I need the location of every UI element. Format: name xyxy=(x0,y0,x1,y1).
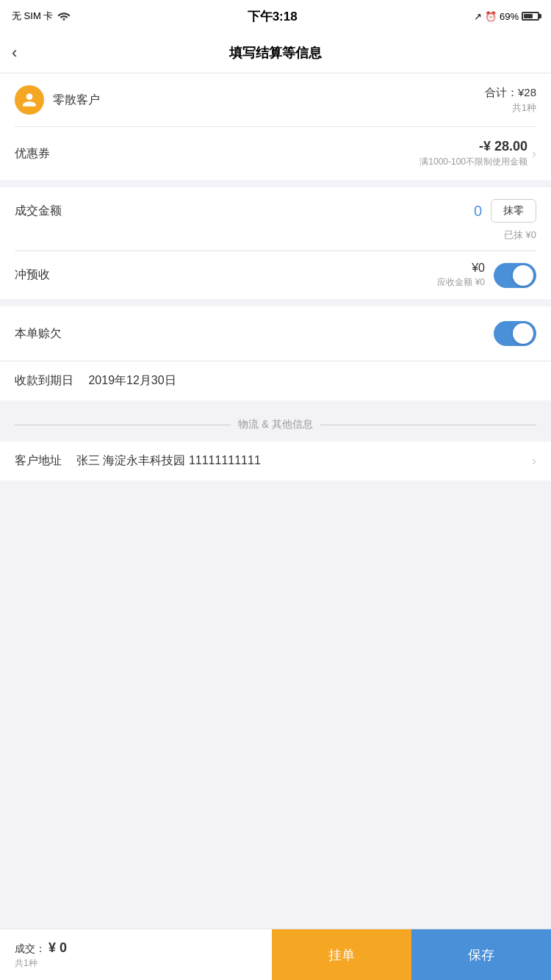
debt-section: 本单赊欠 收款到期日 2019年12月30日 xyxy=(0,306,551,400)
content: 零散客户 合计：¥28 共1种 优惠券 -¥ 28.00 满1000-100不限… xyxy=(0,73,551,547)
status-right: ↗ ⏰ 69% xyxy=(474,11,539,22)
total-amount: 合计：¥28 xyxy=(485,86,536,100)
chevron-right-icon: › xyxy=(532,146,536,162)
coupon-label: 优惠券 xyxy=(15,146,50,162)
deal-right: 0 抹零 xyxy=(474,199,536,223)
bottom-count: 共1种 xyxy=(15,957,257,970)
address-value: 张三 海淀永丰科技园 11111111111 xyxy=(76,453,261,469)
customer-left: 零散客户 xyxy=(15,85,100,115)
bottom-deal-row: 成交： ¥ 0 xyxy=(15,940,257,956)
logistics-divider: 物流 & 其他信息 xyxy=(0,408,551,442)
deal-amount-row: 成交金额 0 抹零 xyxy=(0,187,551,228)
flush-row: 冲预收 ¥0 应收金额 ¥0 xyxy=(0,251,551,299)
customer-row[interactable]: 零散客户 合计：¥28 共1种 xyxy=(0,73,551,126)
save-button[interactable]: 保存 xyxy=(411,929,551,981)
flush-toggle[interactable] xyxy=(494,263,536,288)
page-title: 填写结算等信息 xyxy=(229,44,322,62)
address-chevron-icon: › xyxy=(532,453,536,469)
customer-total: 合计：¥28 共1种 xyxy=(485,86,536,115)
debt-toggle-knob xyxy=(513,323,533,344)
address-label: 客户地址 xyxy=(15,453,62,469)
logistics-label: 物流 & 其他信息 xyxy=(238,418,312,431)
debt-label: 本单赊欠 xyxy=(15,326,62,342)
status-time: 下午3:18 xyxy=(248,8,298,25)
coupon-row[interactable]: 优惠券 -¥ 28.00 满1000-100不限制使用金额 › xyxy=(0,127,551,180)
deal-section: 成交金额 0 抹零 已抹 ¥0 冲预收 ¥0 应收金额 ¥0 xyxy=(0,187,551,299)
sim-status: 无 SIM 卡 xyxy=(12,10,53,23)
bottom-bar: 成交： ¥ 0 共1种 挂单 保存 xyxy=(0,929,551,980)
coupon-amount: -¥ 28.00 xyxy=(419,139,527,154)
due-date-label: 收款到期日 xyxy=(15,374,73,386)
status-left: 无 SIM 卡 xyxy=(12,10,71,23)
hold-button[interactable]: 挂单 xyxy=(272,929,411,981)
flush-amounts: ¥0 应收金额 ¥0 xyxy=(437,262,485,289)
customer-section: 零散客户 合计：¥28 共1种 优惠券 -¥ 28.00 满1000-100不限… xyxy=(0,73,551,180)
status-bar: 无 SIM 卡 下午3:18 ↗ ⏰ 69% xyxy=(0,0,551,32)
nav-bar: ‹ 填写结算等信息 xyxy=(0,32,551,73)
address-content: 客户地址 张三 海淀永丰科技园 11111111111 xyxy=(15,453,261,469)
coupon-info: -¥ 28.00 满1000-100不限制使用金额 xyxy=(419,139,527,168)
coupon-desc: 满1000-100不限制使用金额 xyxy=(419,156,527,168)
bottom-deal-amount: ¥ 0 xyxy=(48,940,67,956)
due-date-value: 2019年12月30日 xyxy=(88,374,176,386)
bottom-info: 成交： ¥ 0 共1种 xyxy=(0,940,272,970)
bottom-deal-label: 成交： xyxy=(15,943,46,956)
battery-percent: 69% xyxy=(500,11,519,22)
address-section: 客户地址 张三 海淀永丰科技园 11111111111 › xyxy=(0,442,551,480)
due-date-row: 收款到期日 2019年12月30日 xyxy=(0,361,551,400)
customer-name: 零散客户 xyxy=(53,93,100,108)
toggle-knob xyxy=(513,265,533,286)
debt-toggle[interactable] xyxy=(494,321,536,346)
debt-row: 本单赊欠 xyxy=(0,306,551,361)
flush-sub-amount: 应收金额 ¥0 xyxy=(437,276,485,289)
back-button[interactable]: ‹ xyxy=(12,43,17,62)
battery-icon xyxy=(522,12,539,21)
alarm-icon: ⏰ xyxy=(485,11,497,22)
location-icon: ↗ xyxy=(474,11,482,22)
customer-avatar xyxy=(15,85,44,115)
wifi-icon xyxy=(57,10,71,23)
flush-label: 冲预收 xyxy=(15,267,50,283)
flush-main-amount: ¥0 xyxy=(437,262,485,275)
coupon-right: -¥ 28.00 满1000-100不限制使用金额 › xyxy=(419,139,536,168)
logistics-line-right xyxy=(320,425,536,425)
total-count: 共1种 xyxy=(485,101,536,115)
flush-right: ¥0 应收金额 ¥0 xyxy=(437,262,536,289)
round-button[interactable]: 抹零 xyxy=(491,199,536,223)
logistics-line-left xyxy=(15,425,231,425)
deal-label: 成交金额 xyxy=(15,203,62,219)
deal-sub-text: 已抹 ¥0 xyxy=(0,228,551,251)
deal-value: 0 xyxy=(474,203,482,220)
address-row[interactable]: 客户地址 张三 海淀永丰科技园 11111111111 › xyxy=(0,442,551,480)
